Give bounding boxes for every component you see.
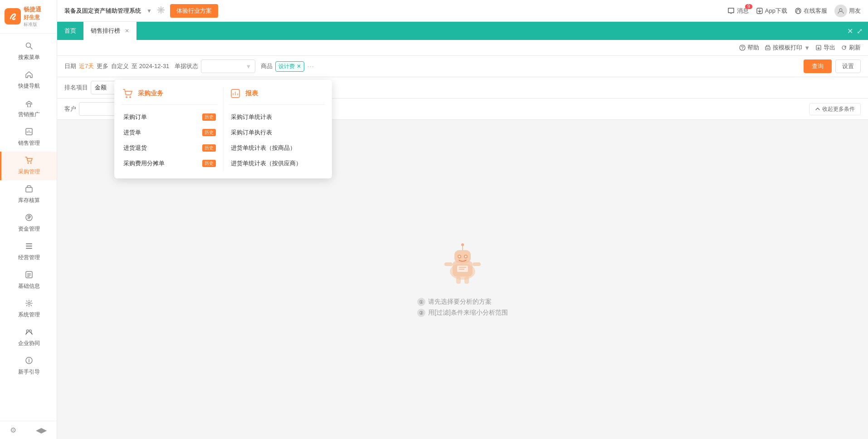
product-tag-label: 设计费 <box>278 63 295 70</box>
svg-rect-12 <box>26 243 32 244</box>
topbar-gear-icon[interactable] <box>157 6 165 15</box>
svg-point-0 <box>14 19 15 20</box>
message-btn[interactable]: 消息 9 <box>727 7 749 15</box>
tab-sales-rank-label: 销售排行榜 <box>91 27 120 35</box>
date-shortcut-7days[interactable]: 近7天 <box>79 62 94 70</box>
svg-point-19 <box>28 302 30 304</box>
sidebar-item-capital[interactable]: 资金管理 <box>0 209 57 237</box>
print-dropdown-icon[interactable]: ▼ <box>804 44 810 51</box>
sidebar-label-purchase: 采购管理 <box>18 168 40 176</box>
sidebar-item-enterprise[interactable]: 企业协同 <box>0 323 57 352</box>
sidebar-item-search[interactable]: 搜索菜单 <box>0 37 57 66</box>
sidebar-label-guide: 新手引导 <box>18 368 40 376</box>
product-more-dots[interactable]: ··· <box>307 62 314 70</box>
purchase-order-label: 采购订单 <box>123 113 147 121</box>
dropdown-item-order-exec[interactable]: 采购订单执行表 <box>229 125 325 140</box>
app-download-btn[interactable]: App下载 <box>756 7 787 15</box>
dropdown-item-inbound-stat-product[interactable]: 进货单统计表（按商品） <box>229 140 325 156</box>
top-toolbar: 帮助 按模板打印 ▼ 导出 刷新 <box>57 40 868 56</box>
system-title: 装备及固定资产辅助管理系统 <box>64 7 141 15</box>
sidebar-item-purchase[interactable]: 采购管理 <box>0 152 57 180</box>
dropdown-divider <box>223 87 224 171</box>
refresh-label: 刷新 <box>849 44 861 52</box>
svg-rect-48 <box>457 266 468 272</box>
capital-nav-icon <box>25 213 33 224</box>
logo-text: 畅捷通 好生意 标准版 <box>24 5 41 28</box>
sidebar: 畅捷通 好生意 标准版 搜索菜单 快捷导航 营销推广 <box>0 0 57 439</box>
report-col: 报表 采购订单统计表 采购订单执行表 进货单统计表（按商品） 进货单统计表（按供… <box>229 87 325 171</box>
date-custom-btn[interactable]: 自定义 <box>111 62 129 70</box>
voucher-status-label: 单据状态 <box>175 62 198 70</box>
sales-nav-icon <box>25 128 33 138</box>
brand-name: 畅捷通 <box>24 5 41 14</box>
sidebar-label-capital: 资金管理 <box>18 225 40 233</box>
svg-point-43 <box>465 256 467 257</box>
dropdown-item-inbound-stat-supplier[interactable]: 进货单统计表（按供应商） <box>229 156 325 171</box>
sidebar-footer: ⚙ ◀▶ <box>0 421 57 439</box>
dropdown-item-order-stat[interactable]: 采购订单统计表 <box>229 109 325 125</box>
export-btn[interactable]: 导出 <box>815 44 835 52</box>
sidebar-label-sales: 销售管理 <box>18 139 40 147</box>
sidebar-item-basicinfo[interactable]: 基础信息 <box>0 266 57 295</box>
tab-close-icon[interactable]: ✕ <box>125 28 129 34</box>
rank-item-label: 排名项目 <box>64 84 88 92</box>
print-btn[interactable]: 按模板打印 ▼ <box>765 44 810 52</box>
app-download-label: App下载 <box>765 7 787 15</box>
industry-btn[interactable]: 体验行业方案 <box>170 4 218 18</box>
tab-sales-rank[interactable]: 销售排行榜 ✕ <box>83 22 137 40</box>
svg-rect-10 <box>26 187 32 192</box>
collapse-conditions-btn[interactable]: 收起更多条件 <box>809 103 861 115</box>
content-area: 帮助 按模板打印 ▼ 导出 刷新 日期 <box>57 40 868 439</box>
help-btn[interactable]: 帮助 <box>739 44 759 52</box>
filter-actions: 查询 设置 <box>804 59 861 73</box>
svg-point-21 <box>29 330 32 332</box>
date-more-btn[interactable]: 更多 <box>97 62 108 70</box>
hint1-text: 请先选择要分析的方案 <box>428 298 492 306</box>
sidebar-item-system[interactable]: 系统管理 <box>0 295 57 323</box>
avatar <box>834 5 847 17</box>
tab-close-all-btn[interactable]: ✕ <box>847 27 853 35</box>
expense-badge: 历史 <box>202 160 216 167</box>
tab-home[interactable]: 首页 <box>57 22 83 40</box>
sidebar-item-quicknav[interactable]: 快捷导航 <box>0 66 57 94</box>
purchase-nav-icon <box>25 156 33 167</box>
settings-footer-btn[interactable]: ⚙ <box>10 426 16 434</box>
settings-btn[interactable]: 设置 <box>835 59 861 73</box>
purchase-col-header: 采购业务 <box>122 87 218 105</box>
guide-nav-icon <box>25 356 33 367</box>
sidebar-item-operations[interactable]: 经营管理 <box>0 237 57 266</box>
voucher-status-group: 单据状态 ▼ <box>175 59 255 73</box>
inbound-badge: 历史 <box>202 129 216 136</box>
dropdown-item-expense[interactable]: 采购费用分摊单 历史 <box>122 156 218 171</box>
sidebar-item-inventory[interactable]: 库存核算 <box>0 180 57 209</box>
tab-expand-btn[interactable]: ⤢ <box>857 27 863 35</box>
print-label: 按模板打印 <box>773 44 802 52</box>
svg-rect-13 <box>26 246 32 247</box>
product-tag-close[interactable]: ✕ <box>297 63 301 69</box>
dropdown-item-purchase-order[interactable]: 采购订单 历史 <box>122 109 218 125</box>
tabbar-right: ✕ ⤢ <box>847 27 868 35</box>
sidebar-label-enterprise: 企业协同 <box>18 340 40 347</box>
report-col-header: 报表 <box>229 87 325 105</box>
topbar-dropdown-arrow[interactable]: ▼ <box>146 8 152 14</box>
svg-point-9 <box>30 162 32 163</box>
tab-home-label: 首页 <box>64 27 76 35</box>
collapse-footer-btn[interactable]: ◀▶ <box>36 426 47 434</box>
purchase-order-badge: 历史 <box>202 113 216 121</box>
dropdown-item-return[interactable]: 进货退货 历史 <box>122 140 218 156</box>
user-label: 用友 <box>849 7 861 15</box>
refresh-btn[interactable]: 刷新 <box>841 44 861 52</box>
voucher-status-select[interactable]: ▼ <box>201 59 255 73</box>
help-label: 帮助 <box>747 44 759 52</box>
svg-point-8 <box>28 162 29 163</box>
query-btn[interactable]: 查询 <box>804 59 832 73</box>
sidebar-item-sales[interactable]: 销售管理 <box>0 123 57 152</box>
user-menu[interactable]: 用友 <box>834 5 861 17</box>
topbar: 装备及固定资产辅助管理系统 ▼ 体验行业方案 消息 9 App下载 在线客服 <box>57 0 868 22</box>
sidebar-item-guide[interactable]: 新手引导 <box>0 352 57 380</box>
basicinfo-nav-icon <box>25 271 33 281</box>
sidebar-item-marketing[interactable]: 营销推广 <box>0 94 57 123</box>
date-filter-group: 日期 近7天 更多 自定义 至 2024-12-31 <box>64 62 169 70</box>
online-service-btn[interactable]: 在线客服 <box>795 7 827 15</box>
dropdown-item-inbound[interactable]: 进货单 历史 <box>122 125 218 140</box>
